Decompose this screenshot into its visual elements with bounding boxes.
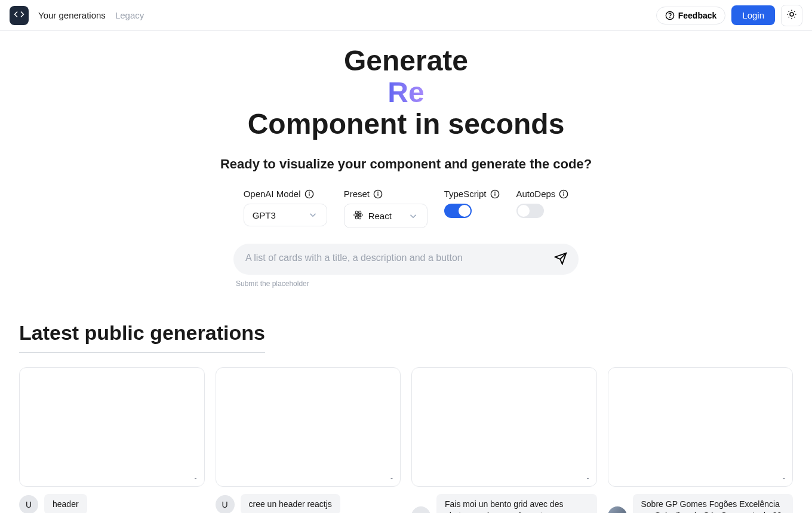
card-caption-row: U Fais moi un bento grid avec des photos… (411, 494, 597, 513)
generation-card[interactable]: - (19, 367, 205, 487)
app-logo[interactable] (10, 6, 29, 25)
send-icon (554, 252, 567, 267)
autodeps-toggle[interactable] (516, 204, 544, 218)
info-icon[interactable] (490, 189, 500, 199)
feedback-label: Feedback (678, 11, 717, 20)
svg-point-8 (378, 192, 379, 192)
hero-line2: Re (387, 76, 424, 108)
svg-point-5 (309, 192, 309, 192)
code-icon (14, 9, 24, 22)
theme-toggle-button[interactable] (781, 5, 802, 26)
preset-left: React (353, 210, 392, 222)
card-caption-row: U header (19, 494, 205, 513)
avatar[interactable]: U (216, 495, 235, 513)
hero: Generate Re Component in seconds Ready t… (0, 31, 812, 297)
send-button[interactable] (549, 247, 573, 271)
hero-line3: Component in seconds (248, 108, 565, 140)
sun-icon (786, 9, 797, 21)
card-caption[interactable]: cree un header reactjs (241, 494, 340, 513)
card-caption-row: U cree un header reactjs (216, 494, 401, 513)
typescript-toggle[interactable] (444, 204, 472, 218)
login-button[interactable]: Login (731, 5, 775, 25)
svg-point-9 (357, 214, 359, 216)
info-icon[interactable] (373, 189, 383, 199)
avatar[interactable]: U (19, 495, 38, 513)
info-icon[interactable] (559, 189, 568, 199)
card-caption[interactable]: Fais moi un bento grid avec des photos r… (436, 494, 597, 513)
preset-value: React (368, 211, 392, 221)
card-caption-row: Sobre GP Gomes Fogões Excelência em Solu… (608, 494, 793, 513)
typescript-control: TypeScript (444, 189, 500, 218)
react-icon (353, 210, 364, 222)
model-label: OpenAI Model (244, 189, 314, 199)
header-left: Your generations Legacy (10, 6, 144, 25)
model-select[interactable]: GPT3 (244, 204, 327, 226)
generation-card[interactable]: - (216, 367, 401, 487)
card-dash: - (195, 474, 197, 483)
card-caption[interactable]: header (44, 494, 87, 513)
hero-title: Generate Re Component in seconds (0, 45, 812, 140)
avatar[interactable]: U (411, 506, 430, 513)
autodeps-label-text: AutoDeps (516, 189, 556, 199)
controls-row: OpenAI Model GPT3 Preset (0, 189, 812, 228)
preset-select[interactable]: React (344, 204, 427, 228)
prompt-hint[interactable]: Submit the placeholder (236, 279, 579, 288)
card-dash: - (587, 474, 589, 483)
app-header: Your generations Legacy Feedback Login (0, 0, 812, 31)
prompt-input[interactable] (245, 248, 549, 271)
help-circle-icon (665, 11, 675, 20)
generation-card[interactable]: - (608, 367, 793, 487)
svg-point-15 (494, 192, 495, 192)
autodeps-control: AutoDeps (516, 189, 569, 218)
preset-label-text: Preset (344, 189, 370, 199)
model-label-text: OpenAI Model (244, 189, 301, 199)
typescript-label: TypeScript (444, 189, 500, 199)
generation-card[interactable]: - (411, 367, 597, 487)
avatar[interactable] (608, 506, 627, 513)
model-control: OpenAI Model GPT3 (244, 189, 327, 226)
autodeps-label: AutoDeps (516, 189, 569, 199)
prompt-wrap: Submit the placeholder (233, 244, 579, 288)
preset-label: Preset (344, 189, 383, 199)
nav-your-generations[interactable]: Your generations (38, 10, 106, 20)
prompt-box (233, 244, 579, 275)
typescript-label-text: TypeScript (444, 189, 487, 199)
card-dash: - (390, 474, 393, 483)
hero-line1: Generate (344, 45, 468, 76)
section-title: Latest public generations (19, 321, 265, 353)
model-value: GPT3 (253, 210, 276, 220)
svg-point-1 (669, 17, 670, 18)
card-dash: - (783, 474, 785, 483)
prompt-row: Submit the placeholder (0, 244, 812, 288)
header-right: Feedback Login (656, 5, 802, 26)
card-caption[interactable]: Sobre GP Gomes Fogões Excelência em Solu… (633, 494, 793, 513)
svg-point-2 (790, 13, 793, 16)
generations-grid: - U header - U cree un header reactjs - … (0, 353, 812, 513)
hero-subtitle: Ready to visualize your component and ge… (0, 156, 812, 172)
chevron-down-icon (307, 210, 318, 220)
nav-legacy[interactable]: Legacy (115, 10, 144, 20)
preset-control: Preset React (344, 189, 427, 228)
info-icon[interactable] (304, 189, 314, 199)
feedback-button[interactable]: Feedback (656, 7, 726, 24)
chevron-down-icon (408, 211, 419, 222)
svg-point-18 (564, 192, 564, 192)
